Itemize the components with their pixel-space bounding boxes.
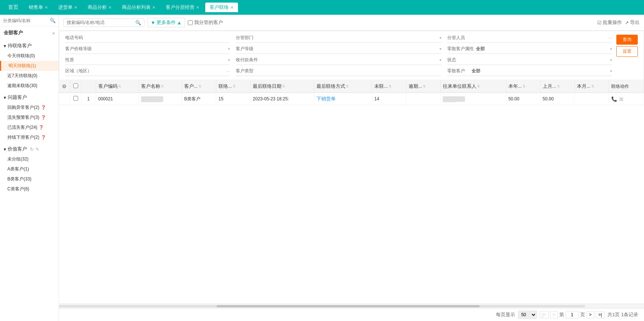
close-icon[interactable]: ✕ bbox=[196, 5, 199, 10]
nav-item-customerlayers[interactable]: 客户分层经营 ✕ bbox=[161, 3, 204, 12]
sort-icon[interactable]: ⇅ bbox=[423, 84, 426, 88]
col-contact-header[interactable]: 联络...⇅ bbox=[216, 80, 250, 93]
grid-icon[interactable]: ⊞ bbox=[619, 96, 623, 102]
sidebar-item-churn-warning[interactable]: 流失预警客户(3) ❓ bbox=[0, 113, 59, 122]
close-icon[interactable]: ✕ bbox=[74, 5, 77, 10]
close-icon[interactable]: ✕ bbox=[108, 5, 112, 10]
sort-icon[interactable]: ⇅ bbox=[477, 84, 480, 88]
cell-checkbox[interactable] bbox=[70, 93, 81, 105]
filter-customer-type-input[interactable] bbox=[260, 69, 441, 74]
filter-customer-level-input[interactable] bbox=[260, 46, 437, 52]
chevron-down-icon[interactable]: ▾ bbox=[610, 47, 612, 51]
last-contact-method-link[interactable]: 下销货单 bbox=[316, 96, 336, 101]
first-page-btn[interactable]: |< bbox=[540, 311, 549, 318]
phone-icon[interactable]: 📞 bbox=[611, 96, 617, 102]
col-last-contact-date-header[interactable]: 最后联络日期⇅ bbox=[251, 80, 314, 93]
close-icon[interactable]: ✕ bbox=[230, 5, 234, 10]
filter-phone-input[interactable] bbox=[90, 35, 230, 41]
filter-person-input[interactable] bbox=[472, 35, 606, 41]
set-button[interactable]: 设置 bbox=[616, 46, 638, 57]
gear-icon[interactable]: ⚙ bbox=[62, 83, 67, 89]
nav-item-productanalysislist[interactable]: 商品分析列表 ✕ bbox=[118, 3, 160, 12]
sort-icon[interactable]: ⇅ bbox=[523, 84, 526, 88]
search-input[interactable] bbox=[67, 20, 134, 25]
row-checkbox[interactable] bbox=[73, 96, 78, 101]
sidebar-item-churned[interactable]: 已流失客户(24) ❓ bbox=[0, 122, 59, 132]
batch-operation-btn[interactable]: ☑ 批量操作 bbox=[597, 19, 622, 26]
chevron-down-icon[interactable]: ▾ bbox=[610, 69, 612, 73]
edit-icon[interactable]: ✎ bbox=[35, 146, 39, 152]
filter-more-btn[interactable]: ▼ 更多条件 ▲ bbox=[147, 18, 185, 27]
chevron-down-icon[interactable]: ▾ bbox=[440, 36, 441, 40]
sort-icon[interactable]: ⇅ bbox=[118, 84, 121, 88]
filter-dept-input[interactable] bbox=[260, 35, 437, 41]
chevron-down-icon[interactable]: ▾ bbox=[440, 47, 441, 51]
col-this-month-header[interactable]: 本月...⇅ bbox=[574, 80, 609, 93]
more-icon[interactable]: ··· bbox=[609, 36, 612, 40]
col-checkbox-header[interactable] bbox=[70, 80, 81, 93]
filter-region-input[interactable] bbox=[94, 69, 224, 74]
next-page-btn[interactable]: > bbox=[587, 311, 594, 318]
chevron-down-icon[interactable]: ▾ bbox=[610, 58, 612, 62]
col-last-contact-method-header[interactable]: 最后联络方式⇅ bbox=[314, 80, 372, 93]
filter-payment-input[interactable] bbox=[260, 58, 437, 63]
sort-icon[interactable]: ⇅ bbox=[346, 84, 349, 88]
chevron-down-icon[interactable]: ▾ bbox=[440, 58, 441, 62]
sort-icon[interactable]: ⇅ bbox=[282, 84, 285, 88]
search-icon[interactable]: 🔍 bbox=[50, 18, 56, 23]
col-code-header[interactable]: 客户编码⇅ bbox=[96, 80, 139, 93]
toolbar-search-box[interactable]: 🔍 bbox=[63, 18, 144, 27]
sort-icon[interactable]: ⇅ bbox=[389, 84, 392, 88]
sort-icon[interactable]: ⇅ bbox=[557, 84, 560, 88]
prev-page-btn[interactable]: < bbox=[550, 311, 558, 318]
sidebar-item-class-c[interactable]: C类客户(6) bbox=[0, 184, 59, 194]
col-this-year-header[interactable]: 本年...⇅ bbox=[506, 80, 540, 93]
sort-icon[interactable]: ⇅ bbox=[233, 84, 236, 88]
filter-status-label: 状态 bbox=[447, 57, 469, 63]
sort-icon[interactable]: ⇅ bbox=[161, 84, 164, 88]
sidebar-search-input[interactable] bbox=[3, 18, 50, 23]
sidebar-item-unclassified[interactable]: 未分组(32) bbox=[0, 154, 59, 164]
nav-item-purchaseorder[interactable]: 进货单 ✕ bbox=[54, 3, 82, 12]
sort-icon[interactable]: ⇅ bbox=[591, 84, 594, 88]
my-customers-checkbox[interactable]: 我分管的客户 bbox=[188, 19, 223, 26]
select-all-checkbox[interactable] bbox=[73, 83, 78, 88]
col-uncontacted-header[interactable]: 未联...⇅ bbox=[372, 80, 406, 93]
nav-item-customercontact[interactable]: 客户联络 ✕ bbox=[205, 3, 238, 12]
chevron-down-icon[interactable]: ▾ bbox=[228, 58, 230, 62]
per-page-select[interactable]: 50 100 200 bbox=[518, 311, 537, 319]
nav-item-salesorder[interactable]: 销售单 ✕ bbox=[24, 3, 52, 12]
sidebar-item-repurchase-abnormal[interactable]: 回购异常客户(2) ❓ bbox=[0, 103, 59, 113]
sidebar-item-class-b[interactable]: B类客户(33) bbox=[0, 174, 59, 184]
col-name-header[interactable]: 客户名称⇅ bbox=[139, 80, 182, 93]
filter-nature-input[interactable] bbox=[90, 58, 226, 63]
more-icon[interactable]: ··· bbox=[227, 69, 230, 73]
chevron-down-icon[interactable]: ▾ bbox=[228, 47, 230, 51]
sidebar-item-today[interactable]: 今天待联络(0) bbox=[0, 51, 59, 61]
col-last-month-header[interactable]: 上月...⇅ bbox=[540, 80, 574, 93]
search-icon[interactable]: 🔍 bbox=[135, 20, 141, 25]
filter-price-level-input[interactable] bbox=[94, 46, 226, 52]
refresh-icon[interactable]: ↻ bbox=[30, 146, 34, 152]
export-btn[interactable]: ↗ 导出 bbox=[625, 19, 640, 26]
col-contact-person-header[interactable]: 往来单位联系人⇅ bbox=[441, 80, 506, 93]
sidebar-item-tomorrow[interactable]: 明天待联络(1) bbox=[0, 61, 59, 71]
cell-last-contact-method[interactable]: 下销货单 bbox=[314, 93, 372, 105]
sidebar-item-declining[interactable]: 持续下滑客户(2) ❓ bbox=[0, 132, 59, 142]
sidebar-item-overdue[interactable]: 逾期未联络(30) bbox=[0, 81, 59, 91]
close-icon[interactable]: ✕ bbox=[152, 5, 155, 10]
nav-home[interactable]: 首页 bbox=[4, 3, 23, 12]
close-icon[interactable]: ✕ bbox=[45, 5, 48, 10]
sidebar-item-7days[interactable]: 近7天待联络(0) bbox=[0, 71, 59, 81]
col-type-header[interactable]: 客户...⇅ bbox=[182, 80, 216, 93]
filter-status-input[interactable] bbox=[472, 58, 608, 63]
nav-item-productanalysis[interactable]: 商品分析 ✕ bbox=[83, 3, 116, 12]
last-page-btn[interactable]: >| bbox=[596, 311, 605, 318]
page-input[interactable] bbox=[566, 311, 579, 318]
collapse-icon[interactable]: « bbox=[52, 30, 55, 36]
sort-icon[interactable]: ⇅ bbox=[199, 84, 202, 88]
query-button[interactable]: 查询 bbox=[616, 35, 638, 45]
sidebar-item-class-a[interactable]: A类客户(1) bbox=[0, 164, 59, 174]
col-overdue-header[interactable]: 逾期...⇅ bbox=[406, 80, 441, 93]
col-settings-header[interactable]: ⚙ bbox=[59, 80, 70, 93]
